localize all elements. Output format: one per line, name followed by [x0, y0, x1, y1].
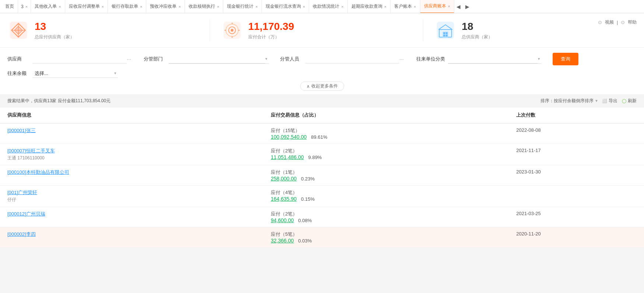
- tx-info-cell: 应付（1笔）258,000.000.23%: [263, 165, 509, 186]
- payable-amount-label: 应付合计（万）: [248, 34, 294, 40]
- nav-tab-cash-bank-flow[interactable]: 现金银行流水查询 ×: [262, 0, 309, 13]
- last-pay-date: 2020-11-20: [516, 231, 541, 237]
- person-input[interactable]: [305, 55, 399, 63]
- tx-amount[interactable]: 94,600.00: [271, 217, 294, 223]
- supplier-link[interactable]: [001]广州荣轩: [7, 190, 37, 195]
- balance-filter-label: 往来余额: [7, 70, 29, 77]
- query-button[interactable]: 查询: [553, 53, 578, 65]
- tx-amount[interactable]: 258,000.00: [271, 176, 297, 182]
- supplier-info-cell: [000100]本特勤油品有限公司: [0, 165, 263, 186]
- nav-tab-overdue-query[interactable]: 超期应收款查询 ×: [348, 0, 391, 13]
- nav-next-arrow[interactable]: ▶: [463, 0, 472, 13]
- close-icon[interactable]: ×: [140, 4, 142, 9]
- chevron-down-icon: ▾: [114, 71, 116, 76]
- nav-tab-payment-exec[interactable]: 收款核销执行 ×: [185, 0, 223, 13]
- close-icon[interactable]: ×: [102, 4, 104, 9]
- stats-header: 13 总应付供应商（家） 11,170.39 应付合计（万）: [0, 13, 644, 48]
- tx-amount[interactable]: 164,635.90: [271, 196, 297, 202]
- supplier-info-cell: [000002]李四: [0, 227, 263, 248]
- results-bar: 搜索结果中，供应商13家 应付金额111,703,854.00元 排序：按应付余…: [0, 95, 644, 107]
- total-suppliers-label: 总供应商（家）: [462, 34, 493, 40]
- nav-tab-supplier-ledger[interactable]: 供应商账本 ×: [420, 0, 454, 13]
- supplier-link[interactable]: [000001]张三: [7, 128, 36, 133]
- close-icon[interactable]: ×: [59, 4, 61, 9]
- video-link[interactable]: 视频: [605, 19, 614, 25]
- col-header-last-pay: 上次付数: [509, 107, 644, 123]
- tx-amount[interactable]: 32,366.00: [271, 238, 294, 244]
- supplier-info-cell: [000012]广州贝瑞: [0, 207, 263, 227]
- help-link[interactable]: 帮助: [628, 19, 637, 25]
- more-options-icon[interactable]: ···: [127, 56, 131, 62]
- nav-tab-cash-bank-flow-label: 现金银行流水查询: [266, 3, 301, 10]
- tx-amount[interactable]: 100,092,540.00: [271, 134, 307, 140]
- close-icon[interactable]: ×: [414, 4, 416, 9]
- payable-suppliers-label: 总应付供应商（家）: [35, 34, 74, 40]
- sort-label: 排序：按应付余额倒序排序 ▾: [540, 98, 598, 104]
- supplier-link[interactable]: [000002]李四: [7, 231, 36, 237]
- payable-suppliers-num: 13: [35, 20, 74, 33]
- last-pay-date: 2023-01-30: [516, 169, 541, 175]
- nav-tab-cash-bank-stats-label: 现金银行统计: [227, 3, 253, 10]
- balance-select[interactable]: 选择...: [32, 69, 114, 77]
- svg-rect-17: [446, 32, 448, 34]
- nav-tab-ar-ap-adjust[interactable]: 应收应付调整单 ×: [65, 0, 108, 13]
- close-icon[interactable]: ×: [448, 4, 450, 8]
- tx-percent: 0.23%: [301, 176, 315, 182]
- category-input[interactable]: [448, 55, 538, 63]
- stat-block-payable-suppliers: 13 总应付供应商（家）: [7, 19, 210, 41]
- refresh-button[interactable]: 刷新: [622, 98, 637, 104]
- last-pay-date-cell: 2020-11-20: [509, 227, 644, 248]
- table-row: [000001]张三应付（15笔）100,092,540.0089.61%202…: [0, 123, 644, 144]
- nav-prev-arrow[interactable]: ◀: [454, 0, 463, 13]
- close-icon[interactable]: ×: [25, 4, 28, 9]
- tx-label: 应付（2笔）: [271, 211, 501, 217]
- close-icon[interactable]: ×: [178, 4, 181, 9]
- table-row: [000012]广州贝瑞应付（2笔）94,600.000.08%2021-03-…: [0, 207, 644, 227]
- table-header-row: 供应商信息 应付交易信息（占比） 上次付数: [0, 107, 644, 123]
- table-row: [000100]本特勤油品有限公司应付（1笔）258,000.000.23%20…: [0, 165, 644, 186]
- close-icon[interactable]: ×: [255, 4, 258, 9]
- filter-dept: 分管部门 ▾: [144, 55, 269, 64]
- nav-tab-home[interactable]: 首页: [1, 0, 18, 13]
- supplier-link[interactable]: [000100]本特勤油品有限公司: [7, 169, 69, 175]
- supplier-sub-info: 仔仔: [7, 197, 256, 203]
- collapse-button[interactable]: ∧ 收起更多条件: [300, 82, 344, 91]
- tx-info-cell: 应付（5笔）32,366.000.03%: [263, 227, 509, 248]
- close-icon[interactable]: ×: [384, 4, 386, 9]
- chevron-up-icon: ∧: [307, 84, 310, 89]
- data-table: 供应商信息 应付交易信息（占比） 上次付数 [000001]张三应付（15笔）1…: [0, 107, 644, 248]
- last-pay-date-cell: 2023-01-30: [509, 165, 644, 186]
- stat-block-payable-amount: 11,170.39 应付合计（万）: [221, 19, 424, 41]
- close-icon[interactable]: ×: [341, 4, 343, 9]
- nav-tab-3[interactable]: 3 ×: [18, 0, 31, 13]
- supplier-input[interactable]: [32, 55, 127, 63]
- store-icon: [434, 19, 456, 41]
- nav-tab-other-income[interactable]: 其他收入单 ×: [31, 0, 65, 13]
- supplier-link[interactable]: [000007]恒旺二手叉车: [7, 148, 55, 154]
- nav-tab-payment-stats[interactable]: 收款情况统计 ×: [309, 0, 347, 13]
- nav-tab-overdue-query-label: 超期应收款查询: [351, 3, 382, 10]
- supplier-sub-info: 王通 17106110000: [7, 155, 256, 161]
- svg-rect-16: [444, 32, 445, 34]
- close-icon[interactable]: ×: [217, 4, 219, 9]
- table-row: [001]广州荣轩仔仔应付（4笔）164,635.900.15%: [0, 186, 644, 207]
- nav-tab-3-label: 3: [21, 4, 24, 9]
- tx-info-cell: 应付（2笔）94,600.000.08%: [263, 207, 509, 227]
- nav-tab-advance-offset[interactable]: 预收冲应收单 ×: [146, 0, 185, 13]
- person-filter-label: 分管人员: [280, 56, 302, 62]
- supplier-link[interactable]: [000012]广州贝瑞: [7, 211, 45, 217]
- more-options-icon[interactable]: ···: [399, 56, 404, 62]
- supplier-info-cell: [000001]张三: [0, 123, 263, 144]
- nav-tab-customer-ledger[interactable]: 客户账本 ×: [391, 0, 420, 13]
- last-pay-date-cell: 2022-08-08: [509, 123, 644, 144]
- export-button[interactable]: 导出: [602, 98, 617, 104]
- tx-amount[interactable]: 11,051,486.00: [271, 154, 304, 160]
- last-pay-date-cell: [509, 186, 644, 207]
- nav-tab-bank-deposit[interactable]: 银行存取款单 ×: [108, 0, 146, 13]
- tx-label: 应付（4笔）: [271, 189, 501, 196]
- nav-tab-bank-deposit-label: 银行存取款单: [112, 3, 138, 10]
- dept-input[interactable]: [169, 55, 265, 63]
- nav-tab-cash-bank-stats[interactable]: 现金银行统计 ×: [223, 0, 262, 13]
- last-pay-date: 2022-08-08: [516, 127, 541, 133]
- close-icon[interactable]: ×: [303, 4, 305, 9]
